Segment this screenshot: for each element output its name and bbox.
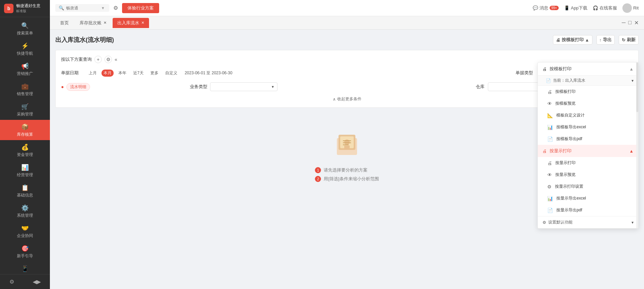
- dropdown-item-display-preview[interactable]: 👁 按显示预览: [538, 169, 638, 181]
- collapse-sidebar-btn[interactable]: ◀▶: [33, 279, 41, 285]
- display-section-header[interactable]: 🖨 按显示打印 ▲: [538, 145, 638, 157]
- doc-type-label: 单据类型: [516, 70, 536, 76]
- topbar-right: 💬 消息 99+ 📱 App下载 🎧 在线客服 Rit: [533, 3, 639, 13]
- topbar-search-input[interactable]: [66, 6, 100, 10]
- tab-batch-close[interactable]: ✕: [104, 21, 107, 25]
- date-last-month[interactable]: 上月: [87, 70, 99, 77]
- window-controls: ─ □ ✕: [622, 20, 639, 26]
- date-more[interactable]: 更多: [148, 70, 160, 77]
- sidebar-item-collab[interactable]: 🤝 企业协同: [0, 221, 50, 241]
- sales-icon: 💼: [21, 83, 29, 90]
- marketing-icon: 📢: [21, 62, 29, 70]
- sidebar-item-basicinfo[interactable]: 📋 基础信息: [0, 181, 50, 201]
- sidebar-item-system[interactable]: ⚙️ 系统管理: [0, 201, 50, 221]
- date-range-display: 2023-06-01 至 2023-06-30: [185, 70, 232, 76]
- empty-step-1: 1 请先选择要分析的方案: [315, 167, 379, 173]
- display-pdf-icon: 📄: [547, 208, 553, 213]
- sidebar-item-guide[interactable]: 🎯 新手引导: [0, 241, 50, 262]
- excel-item-icon: 📊: [547, 125, 553, 130]
- topbar: 🔍 ▾ ⚙ 体验行业方案 💬 消息 99+ 📱 App下载 🎧 在线客服 Rit: [50, 0, 644, 16]
- sidebar-item-operations[interactable]: 📊 经营管理: [0, 160, 50, 181]
- dropdown-item-template-pdf[interactable]: 📄 按模板导出pdf: [538, 133, 638, 145]
- sidebar-logo: b 畅捷通好生意 标准版: [0, 0, 50, 17]
- tab-flowdetail[interactable]: 出入库流水 ✕: [113, 18, 149, 28]
- sidebar-item-marketing[interactable]: 📢 营销推广: [0, 59, 50, 79]
- sidebar: b 畅捷通好生意 标准版 🔍 搜索菜单 ⚡ 快捷导航 📢 营销推广 💼 销售管理…: [0, 0, 50, 289]
- dropdown-header: 🖨 按模板打印 ▲: [538, 62, 638, 76]
- dropdown-item-template-preview[interactable]: 👁 按模板预览: [538, 98, 638, 109]
- date-this-year[interactable]: 本年: [116, 70, 128, 77]
- maximize-icon[interactable]: □: [628, 20, 632, 26]
- page-title-row: 出入库流水(流水明细) 🖨 按模板打印 ▲ ↑ 导出 ↻ 刷新: [55, 35, 639, 45]
- display-excel-icon: 📊: [547, 196, 553, 201]
- dropdown-item-display-settings[interactable]: ⚙ 按显示打印设置: [538, 181, 638, 192]
- sidebar-item-search[interactable]: 🔍 搜索菜单: [0, 19, 50, 39]
- dropdown-scrollbar[interactable]: [636, 62, 638, 228]
- empty-state-icon: [330, 128, 364, 162]
- export-button[interactable]: ↑ 导出: [596, 35, 615, 45]
- sidebar-item-appcenter[interactable]: 📱 应用中心: [0, 262, 50, 274]
- page-content: 出入库流水(流水明细) 🖨 按模板打印 ▲ ↑ 导出 ↻ 刷新: [50, 30, 644, 289]
- chevron-up-icon: ∧: [333, 97, 336, 102]
- date-filter-label: 单据日期: [61, 70, 81, 76]
- tab-flowdetail-close[interactable]: ✕: [141, 21, 144, 25]
- guide-icon: 🎯: [21, 245, 29, 252]
- biz-type-select[interactable]: ▾: [210, 82, 277, 91]
- finance-icon: 💰: [21, 143, 29, 151]
- refresh-icon: ↻: [622, 37, 625, 43]
- tab-home[interactable]: 首页: [55, 18, 74, 28]
- printer-item-icon: 🖨: [547, 89, 552, 95]
- online-service-btn[interactable]: 🎧 在线客服: [593, 5, 617, 11]
- main-area: 🔍 ▾ ⚙ 体验行业方案 💬 消息 99+ 📱 App下载 🎧 在线客服 Rit: [50, 0, 644, 289]
- minimize-icon[interactable]: ─: [622, 20, 625, 26]
- tab-batch[interactable]: 库存批次账 ✕: [75, 18, 111, 28]
- topbar-gear-icon[interactable]: ⚙: [113, 5, 118, 11]
- date-this-month[interactable]: 本月: [101, 70, 114, 77]
- dropdown-close-chevron[interactable]: ▲: [629, 67, 634, 72]
- refresh-button[interactable]: ↻ 刷新: [619, 35, 639, 45]
- dropdown-item-display-pdf[interactable]: 📄 按显示导出pdf: [538, 204, 638, 216]
- dropdown-item-template-design[interactable]: 📐 模板自定义设计: [538, 109, 638, 121]
- topbar-search-box[interactable]: 🔍 ▾: [55, 4, 109, 12]
- user-profile-btn[interactable]: Rit: [622, 3, 639, 13]
- user-avatar: [622, 3, 632, 13]
- print-dropdown-panel: 🖨 按模板打印 ▲ 📄 当前：出入库流水 ▾ 🖨 按模板打印 👁 按模板预览: [537, 62, 639, 229]
- filter-add-btn[interactable]: +: [94, 56, 102, 63]
- sidebar-item-inventory[interactable]: 📦 库存核算: [0, 120, 50, 140]
- filter-tag-icon-red: ●: [61, 84, 64, 89]
- appcenter-icon: 📱: [21, 265, 29, 272]
- date-last-7[interactable]: 近7天: [131, 70, 146, 77]
- current-indicator-icon: 📄: [546, 78, 551, 83]
- sidebar-item-purchase[interactable]: 🛒 采购管理: [0, 100, 50, 120]
- dropdown-printer-icon: 🖨: [543, 67, 547, 72]
- sidebar-item-sales[interactable]: 💼 销售管理: [0, 79, 50, 100]
- filter-setting-icon-btn[interactable]: ⚙: [105, 56, 112, 63]
- filter-tag-flow[interactable]: 流水明细: [66, 83, 90, 91]
- date-custom[interactable]: 自定义: [163, 70, 179, 77]
- printer-icon: 🖨: [556, 37, 560, 43]
- topbar-search-dropdown-icon[interactable]: ▾: [102, 5, 104, 10]
- svg-point-3: [344, 139, 350, 145]
- collapse-more-btn[interactable]: ∧ 收起更多条件: [333, 96, 361, 102]
- basicinfo-icon: 📋: [21, 184, 29, 191]
- settings-bottom-btn[interactable]: ⚙: [9, 279, 14, 285]
- date-shortcuts: 上月 本月 本年 近7天 更多 自定义: [87, 70, 179, 77]
- industry-solution-button[interactable]: 体验行业方案: [122, 3, 159, 13]
- export-icon: ↑: [599, 37, 602, 43]
- dropdown-item-template-excel[interactable]: 📊 按模板导出excel: [538, 121, 638, 133]
- dropdown-item-template-print[interactable]: 🖨 按模板打印: [538, 86, 638, 98]
- message-btn[interactable]: 💬 消息 99+: [533, 5, 559, 11]
- close-window-icon[interactable]: ✕: [634, 20, 639, 26]
- dropdown-footer[interactable]: ⚙ 设置默认功能 ▾: [538, 216, 638, 228]
- empty-step-2: 2 用[筛选]条件来缩小分析范围: [315, 176, 379, 182]
- dropdown-item-display-print[interactable]: 🖨 按显示打印: [538, 157, 638, 169]
- sidebar-item-finance[interactable]: 💰 资金管理: [0, 140, 50, 160]
- headset-icon: 🎧: [593, 5, 598, 10]
- sidebar-item-quicknav[interactable]: ⚡ 快捷导航: [0, 39, 50, 59]
- filter-collapse-btn[interactable]: «: [115, 57, 117, 62]
- message-badge: 99+: [550, 6, 559, 10]
- system-icon: ⚙️: [21, 204, 29, 212]
- app-download-btn[interactable]: 📱 App下载: [564, 5, 587, 11]
- print-template-button[interactable]: 🖨 按模板打印 ▲: [553, 35, 592, 45]
- dropdown-item-display-excel[interactable]: 📊 按显示导出excel: [538, 192, 638, 204]
